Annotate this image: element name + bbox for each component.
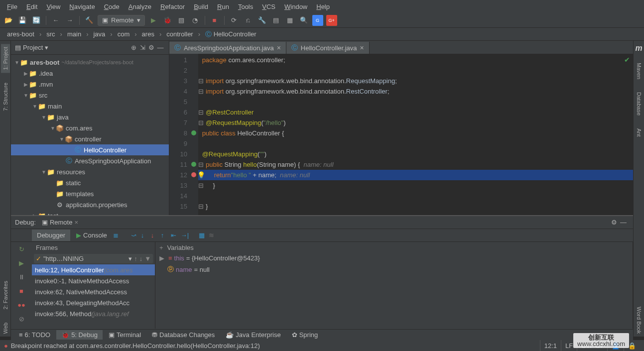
resume-icon[interactable]: ▶ bbox=[16, 258, 26, 268]
gutter-icon[interactable] bbox=[191, 171, 196, 179]
filter-icon[interactable]: ▼ bbox=[144, 255, 151, 262]
step-into-icon[interactable]: ↓ bbox=[141, 232, 150, 239]
editor-gutter[interactable]: 123456789101112131415 bbox=[169, 54, 198, 215]
code-line[interactable]: 💡 return "hello " + name; name: null bbox=[198, 170, 633, 180]
vcs-icon[interactable]: ⎌ bbox=[243, 15, 254, 26]
line-number[interactable]: 13 bbox=[169, 180, 198, 191]
rerun-icon[interactable]: ↻ bbox=[16, 244, 26, 254]
menu-build[interactable]: Build bbox=[190, 1, 212, 12]
gear-icon[interactable]: ⚙ bbox=[147, 44, 156, 51]
gplus-icon[interactable]: G+ bbox=[326, 15, 337, 26]
gutter-icon[interactable] bbox=[191, 161, 196, 168]
code-line[interactable]: @RequestMapping("") bbox=[198, 149, 633, 159]
bottom-tab[interactable]: ▣Terminal bbox=[104, 330, 146, 340]
coverage-icon[interactable]: ▧ bbox=[176, 15, 187, 26]
menu-analyze[interactable]: Analyze bbox=[125, 1, 155, 12]
crumb-controller[interactable]: controller bbox=[163, 29, 196, 39]
editor-tab[interactable]: ⒸAresSpringbootApplication.java× bbox=[169, 42, 286, 54]
stack-frame[interactable]: invoke0:-1, NativeMethodAccess bbox=[32, 275, 155, 286]
code-line[interactable]: package com.ares.controller; bbox=[198, 55, 633, 65]
thread-selector[interactable]: ✓ "http…NNING ▾ ↑ ↓ ▼ bbox=[34, 254, 153, 263]
line-number[interactable]: 12 bbox=[169, 170, 198, 180]
structure-icon[interactable]: ▦ bbox=[284, 15, 295, 26]
close-icon[interactable]: × bbox=[74, 219, 78, 226]
chevron-down-icon[interactable]: ▾ bbox=[45, 44, 48, 51]
menu-tools[interactable]: Tools bbox=[234, 1, 257, 12]
tree-item[interactable]: ▼📁src bbox=[11, 90, 169, 101]
menu-run[interactable]: Run bbox=[213, 1, 233, 12]
stack-frame[interactable]: invoke:43, DelegatingMethodAcc bbox=[32, 297, 155, 308]
code-line[interactable]: ⊟@RestController bbox=[198, 107, 633, 117]
evaluate-icon[interactable]: ▦ bbox=[199, 232, 208, 239]
gutter-icon[interactable] bbox=[191, 129, 196, 137]
force-step-into-icon[interactable]: ↓ bbox=[151, 232, 160, 239]
line-number[interactable]: 1 bbox=[169, 55, 198, 65]
tree-item[interactable]: ⚙application.properties bbox=[11, 199, 169, 210]
fold-icon[interactable]: ⊟ bbox=[198, 119, 204, 126]
menu-vcs[interactable]: VCS bbox=[258, 1, 279, 12]
tree-item[interactable]: ▼📦controller bbox=[11, 133, 169, 144]
tab-ant[interactable]: Ant bbox=[635, 125, 644, 140]
menu-view[interactable]: View bbox=[42, 1, 64, 12]
hide-icon[interactable]: — bbox=[620, 219, 629, 226]
tree-item[interactable]: ▶📁.idea bbox=[11, 68, 169, 79]
line-number[interactable]: 11 bbox=[169, 159, 198, 170]
crumb-ares[interactable]: ares bbox=[139, 29, 157, 39]
tab-favorites[interactable]: 2: Favorites bbox=[1, 278, 10, 312]
menu-navigate[interactable]: Navigate bbox=[65, 1, 99, 12]
tree-item[interactable]: ▶📁.mvn bbox=[11, 79, 169, 90]
profile-icon[interactable]: ◔ bbox=[190, 15, 201, 26]
stack-frame[interactable]: invoke:62, NativeMethodAccess bbox=[32, 286, 155, 297]
line-number[interactable]: 15 bbox=[169, 201, 198, 212]
menu-refactor[interactable]: Refactor bbox=[156, 1, 189, 12]
line-number[interactable]: 10 bbox=[169, 149, 198, 159]
bottom-tab[interactable]: ≡6: TODO bbox=[14, 330, 55, 340]
sdk-icon[interactable]: ▤ bbox=[270, 15, 281, 26]
caret-position[interactable]: 12:1 bbox=[540, 340, 561, 351]
back-icon[interactable]: ← bbox=[50, 15, 61, 26]
tab-project[interactable]: 1: Project bbox=[1, 44, 10, 73]
gear-icon[interactable]: ⚙ bbox=[611, 219, 620, 226]
fold-icon[interactable]: ⊟ bbox=[198, 161, 204, 168]
locate-icon[interactable]: ⊕ bbox=[129, 44, 138, 51]
threads-icon[interactable]: ≣ bbox=[113, 232, 122, 239]
inspection-ok-icon[interactable]: ✔ bbox=[624, 56, 630, 64]
refresh-icon[interactable]: 🔄 bbox=[31, 15, 42, 26]
step-out-icon[interactable]: ↑ bbox=[161, 232, 170, 239]
build-icon[interactable]: 🔨 bbox=[84, 15, 95, 26]
line-number[interactable]: 5 bbox=[169, 97, 198, 107]
tree-item[interactable]: 📁static bbox=[11, 177, 169, 188]
tree-root[interactable]: ▼📁 ares-boot ~/data/IdeaProjects/ares-bo… bbox=[11, 57, 169, 68]
code-line[interactable]: ⊟} bbox=[198, 201, 633, 212]
bulb-icon[interactable]: 💡 bbox=[198, 171, 205, 179]
mute-bp-icon[interactable]: ⊘ bbox=[16, 314, 26, 324]
forward-icon[interactable]: → bbox=[64, 15, 75, 26]
menu-help[interactable]: Help bbox=[312, 1, 334, 12]
stop-icon[interactable]: ■ bbox=[16, 286, 26, 296]
run-config-selector[interactable]: ▣ Remote ▾ bbox=[98, 15, 145, 26]
run-to-cursor-icon[interactable]: →| bbox=[181, 232, 190, 239]
tree-item[interactable]: 📁templates bbox=[11, 188, 169, 199]
pause-icon[interactable]: ⏸ bbox=[16, 272, 26, 282]
crumb-main[interactable]: main bbox=[64, 29, 84, 39]
bottom-tab[interactable]: ☕Java Enterprise bbox=[221, 330, 285, 340]
line-number[interactable]: 7 bbox=[169, 117, 198, 128]
menu-code[interactable]: Code bbox=[100, 1, 124, 12]
stack-frame[interactable]: invoke:566, Method (java.lang.ref bbox=[32, 308, 155, 319]
tab-database[interactable]: Database bbox=[635, 89, 644, 118]
drop-frame-icon[interactable]: ⇤ bbox=[171, 232, 180, 239]
tab-console[interactable]: ▶Console bbox=[71, 230, 112, 241]
search-icon[interactable]: 🔍 bbox=[298, 15, 309, 26]
fold-icon[interactable]: ⊟ bbox=[198, 109, 204, 116]
tab-web[interactable]: Web bbox=[1, 320, 10, 337]
line-number[interactable]: 14 bbox=[169, 191, 198, 201]
line-number[interactable]: 4 bbox=[169, 86, 198, 97]
tree-item[interactable]: ⒸHelloController bbox=[11, 144, 169, 155]
menu-file[interactable]: File bbox=[3, 1, 21, 12]
tree-item[interactable]: ▼📁java bbox=[11, 112, 169, 122]
run-icon[interactable]: ▶ bbox=[148, 15, 159, 26]
google-icon[interactable]: G bbox=[312, 15, 323, 26]
expand-icon[interactable]: ⇲ bbox=[138, 44, 147, 51]
crumb-com[interactable]: com bbox=[115, 29, 133, 39]
tab-maven[interactable]: Maven bbox=[635, 60, 644, 82]
